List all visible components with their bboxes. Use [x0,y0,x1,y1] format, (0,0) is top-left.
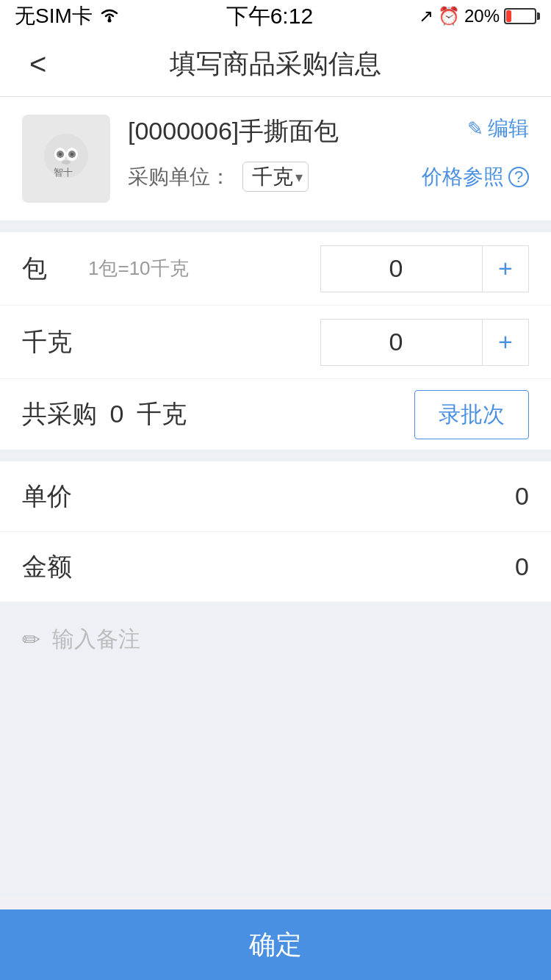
unit-select[interactable]: 千克 包 [242,162,309,192]
kg-input-group: + [320,319,529,366]
edit-button[interactable]: ✎ 编辑 [467,115,529,143]
kg-input[interactable] [320,319,482,366]
summary-amount: 0 [109,400,123,428]
nav-bar: < 填写商品采购信息 [0,32,551,97]
amount-value: 0 [515,552,529,581]
unit-price-label: 单价 [22,480,72,514]
amount-label: 金额 [22,550,72,584]
battery-indicator [504,8,536,24]
unit-label: 采购单位： [128,163,231,191]
svg-point-7 [71,153,73,156]
unit-select-wrap[interactable]: 千克 包 [242,162,309,192]
unit-price-value: 0 [515,482,529,511]
edit-icon: ✎ [467,118,483,140]
note-icon: ✏ [22,627,40,652]
unit-price-row: 单价 0 [0,461,551,532]
product-info: [0000006]手撕面包 ✎ 编辑 采购单位： 千克 包 价格参照 ? [128,115,529,192]
status-time: 下午6:12 [226,1,313,32]
battery-fill [506,10,511,22]
divider-2 [0,450,551,461]
note-section[interactable]: ✏ 输入备注 [0,602,551,676]
product-logo: 智十 [40,130,92,188]
svg-point-0 [107,19,111,23]
svg-point-8 [62,160,71,165]
kg-plus-button[interactable]: + [482,319,529,366]
batch-button[interactable]: 录批次 [414,390,529,439]
bao-label: 包 [22,252,81,286]
product-name: [0000006]手撕面包 [128,115,339,148]
bottom-area [0,676,551,896]
battery-percent: 20% [464,6,500,26]
product-top-row: [0000006]手撕面包 ✎ 编辑 [128,115,529,162]
note-placeholder: 输入备注 [52,624,140,655]
bao-input-group: + [320,245,529,292]
product-thumbnail: 智十 [22,115,110,203]
page-title: 填写商品采购信息 [170,46,381,82]
quantity-section: 包 1包=10千克 + 千克 + [0,232,551,379]
bao-plus-button[interactable]: + [482,245,529,292]
alarm-icon: ⏰ [438,6,460,26]
bao-sublabel: 1包=10千克 [88,256,189,281]
summary-text: 共采购 0 千克 [22,397,187,431]
status-right: ↗ ⏰ 20% [419,6,536,26]
wifi-icon [98,4,120,28]
status-bar: 无SIM卡 下午6:12 ↗ ⏰ 20% [0,0,551,32]
summary-row: 共采购 0 千克 录批次 [0,379,551,450]
product-unit-row: 采购单位： 千克 包 价格参照 ? [128,162,529,192]
carrier-text: 无SIM卡 [15,2,93,30]
confirm-button[interactable]: 确定 [0,909,551,980]
quantity-row-bao: 包 1包=10千克 + [0,232,551,306]
svg-point-6 [59,153,62,156]
price-section: 单价 0 金额 0 [0,461,551,602]
product-card: 智十 [0000006]手撕面包 ✎ 编辑 采购单位： 千克 包 价格参照 [0,97,551,220]
quantity-row-kg: 千克 + [0,306,551,379]
divider-1 [0,220,551,232]
kg-label: 千克 [22,325,81,359]
amount-row: 金额 0 [0,532,551,602]
svg-text:智十: 智十 [54,167,73,178]
price-ref-icon: ? [508,167,529,187]
back-button[interactable]: < [22,40,54,88]
price-reference[interactable]: 价格参照 ? [422,163,529,191]
location-icon: ↗ [419,6,433,26]
status-carrier: 无SIM卡 [15,2,120,30]
bao-input[interactable] [320,245,482,292]
